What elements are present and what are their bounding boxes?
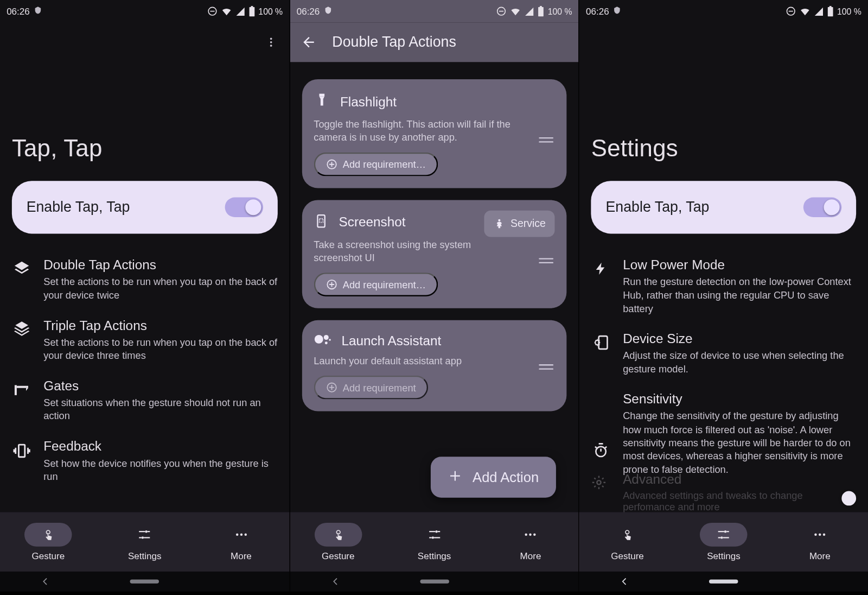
layers-triple-icon — [12, 318, 31, 362]
drag-handle-icon[interactable] — [539, 258, 554, 263]
row-gates[interactable]: Gates Set situations when the gesture sh… — [12, 370, 278, 431]
row-device-size[interactable]: Device Size Adjust the size of device to… — [591, 323, 856, 383]
notif-icon — [324, 6, 333, 16]
row-title: Feedback — [43, 439, 277, 454]
svg-point-4 — [270, 38, 272, 40]
chip-label: Add requirement… — [343, 279, 426, 290]
nav-more[interactable]: More — [772, 512, 868, 571]
row-advanced-ghost: Advanced Advanced settings and tweaks to… — [591, 472, 856, 512]
nav-more[interactable]: More — [482, 512, 578, 571]
app-bar: Double Tap Actions — [290, 22, 579, 62]
battery-text: 100 % — [258, 7, 283, 16]
row-title: Low Power Mode — [623, 257, 856, 273]
screen-settings: 06:26 100 % Settings Enable Tap, Tap Low… — [579, 0, 868, 591]
card-desc: Launch your default assistant app — [314, 355, 512, 368]
dnd-icon — [786, 6, 796, 16]
card-desc: Take a screenshot using the system scree… — [314, 238, 512, 264]
svg-point-44 — [597, 480, 601, 484]
back-button[interactable] — [299, 33, 318, 52]
tap-icon — [24, 523, 72, 547]
action-card-launch-assistant[interactable]: Launch Assistant Launch your default ass… — [302, 320, 566, 412]
appbar-title: Double Tap Actions — [332, 34, 456, 51]
row-title: Triple Tap Actions — [43, 318, 277, 333]
page-title: Tap, Tap — [0, 22, 289, 181]
service-chip[interactable]: Service — [484, 210, 555, 237]
row-double-tap-actions[interactable]: Double Tap Actions Set the actions to be… — [12, 250, 278, 310]
row-low-power-mode[interactable]: Low Power Mode Run the gesture detection… — [591, 250, 856, 324]
svg-point-12 — [142, 536, 144, 539]
enable-tap-tap-card[interactable]: Enable Tap, Tap — [591, 181, 856, 233]
enable-label: Enable Tap, Tap — [27, 199, 130, 216]
svg-point-27 — [323, 335, 328, 340]
more-icon — [218, 523, 265, 547]
drag-handle-icon[interactable] — [539, 364, 554, 370]
wifi-icon — [510, 5, 521, 17]
row-triple-tap-actions[interactable]: Triple Tap Actions Set the actions to be… — [12, 310, 278, 370]
svg-point-11 — [145, 530, 148, 533]
svg-rect-3 — [251, 6, 253, 7]
screen-double-tap-actions: 06:26 100 % Double Tap Actions Flashlig — [289, 0, 578, 591]
more-icon — [507, 523, 554, 547]
row-feedback[interactable]: Feedback Set how the device notifies you… — [12, 431, 278, 491]
battery-icon — [248, 6, 255, 16]
svg-point-6 — [270, 45, 272, 47]
action-card-screenshot[interactable]: Service Screenshot Take a screenshot usi… — [302, 200, 566, 308]
nav-label: Gesture — [322, 550, 355, 561]
add-requirement-button[interactable]: Add requirement… — [314, 152, 437, 176]
nav-settings[interactable]: Settings — [675, 512, 771, 571]
gate-icon — [12, 378, 31, 423]
system-nav — [0, 572, 289, 591]
system-nav — [290, 572, 579, 591]
nav-settings[interactable]: Settings — [386, 512, 482, 571]
svg-point-5 — [270, 41, 272, 43]
nav-gesture[interactable]: Gesture — [0, 512, 97, 571]
svg-point-48 — [814, 534, 816, 536]
nav-gesture[interactable]: Gesture — [290, 512, 386, 571]
sys-back[interactable] — [329, 575, 342, 588]
notif-icon — [613, 6, 622, 16]
overflow-menu-button[interactable] — [261, 33, 280, 52]
page-title: Settings — [579, 22, 868, 181]
row-sub: Set the actions to be run when you tap o… — [43, 336, 277, 362]
svg-rect-19 — [540, 6, 542, 7]
row-sub: Set the actions to be run when you tap o… — [43, 275, 277, 302]
svg-point-15 — [244, 534, 246, 536]
sys-back[interactable] — [39, 575, 52, 588]
nav-settings[interactable]: Settings — [97, 512, 193, 571]
svg-point-13 — [235, 534, 238, 536]
add-requirement-button[interactable]: Add requirement — [314, 376, 427, 400]
nav-label: More — [520, 550, 541, 561]
add-action-fab[interactable]: Add Action — [430, 457, 556, 497]
action-card-flashlight[interactable]: Flashlight Toggle the flashlight. This a… — [302, 79, 566, 188]
service-label: Service — [510, 218, 546, 230]
plus-icon — [448, 469, 462, 486]
enable-switch[interactable] — [803, 198, 842, 217]
svg-rect-38 — [789, 11, 793, 12]
system-nav — [579, 572, 868, 591]
enable-switch[interactable] — [225, 198, 263, 217]
status-time: 06:26 — [297, 6, 320, 16]
nav-gesture[interactable]: Gesture — [579, 512, 675, 571]
enable-label: Enable Tap, Tap — [606, 199, 710, 216]
dnd-icon — [207, 6, 218, 16]
svg-rect-20 — [319, 94, 324, 97]
sys-home[interactable] — [130, 579, 159, 583]
battery-text: 100 % — [837, 7, 861, 16]
enable-tap-tap-card[interactable]: Enable Tap, Tap — [12, 181, 278, 233]
flashlight-icon — [314, 91, 329, 112]
sys-back[interactable] — [618, 575, 631, 588]
status-time: 06:26 — [7, 6, 30, 16]
sliders-icon — [700, 523, 748, 547]
row-sensitivity[interactable]: Sensitivity Change the sensitivity of th… — [591, 384, 856, 484]
svg-rect-2 — [249, 7, 254, 17]
svg-point-28 — [324, 341, 327, 344]
svg-rect-8 — [17, 386, 28, 388]
sys-home[interactable] — [420, 579, 449, 583]
svg-rect-18 — [539, 7, 544, 17]
sys-home[interactable] — [709, 579, 738, 583]
screen-gesture-home: 06:26 100 % Tap, Tap Enable Tap, Tap — [0, 0, 289, 591]
nav-more[interactable]: More — [193, 512, 290, 571]
add-requirement-button[interactable]: Add requirement… — [314, 273, 437, 296]
svg-point-50 — [823, 534, 825, 536]
drag-handle-icon[interactable] — [539, 137, 554, 143]
